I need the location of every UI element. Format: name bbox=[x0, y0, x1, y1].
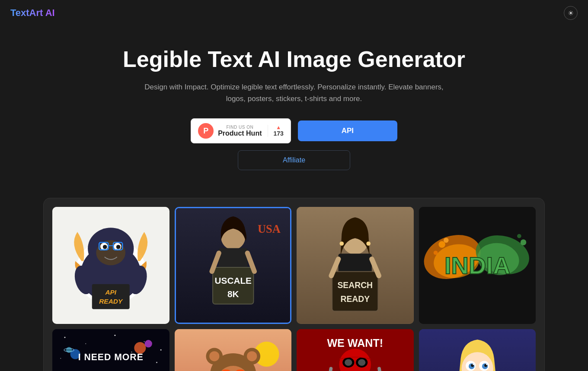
gallery-item-7[interactable]: WE WANT! bbox=[297, 329, 414, 371]
header: TextArt AI ☀ bbox=[0, 0, 588, 26]
svg-text:WE WANT!: WE WANT! bbox=[327, 336, 383, 349]
product-hunt-name: Product Hunt bbox=[218, 130, 262, 137]
svg-point-45 bbox=[443, 238, 448, 243]
svg-point-7 bbox=[103, 245, 107, 249]
svg-point-59 bbox=[145, 340, 152, 347]
affiliate-row: Affiliate bbox=[9, 150, 579, 170]
api-button[interactable]: API bbox=[298, 120, 397, 141]
svg-point-31 bbox=[340, 241, 344, 246]
gallery-container: API READY bbox=[35, 198, 553, 371]
svg-point-78 bbox=[247, 351, 257, 361]
svg-point-32 bbox=[366, 241, 371, 246]
svg-point-117 bbox=[473, 364, 474, 365]
gallery-item-4[interactable]: INDIA bbox=[419, 207, 536, 324]
upvote-arrow: ▲ bbox=[276, 125, 281, 130]
upvote-count: 173 bbox=[273, 130, 283, 137]
svg-point-56 bbox=[156, 362, 157, 363]
gallery-item-2[interactable]: USA USCALE 8K bbox=[175, 207, 292, 324]
svg-point-8 bbox=[116, 245, 121, 249]
gallery-item-1[interactable]: API READY bbox=[52, 207, 169, 324]
svg-text:I NEED MORE: I NEED MORE bbox=[78, 352, 144, 362]
svg-point-54 bbox=[160, 349, 162, 351]
svg-point-77 bbox=[209, 351, 219, 361]
svg-point-44 bbox=[433, 251, 438, 255]
svg-point-118 bbox=[486, 364, 487, 365]
gallery-item-6-inner: STAY COOL bbox=[175, 329, 292, 371]
svg-text:INDIA: INDIA bbox=[444, 252, 510, 279]
svg-text:SEARCH: SEARCH bbox=[337, 281, 373, 290]
svg-point-43 bbox=[438, 241, 445, 247]
gallery-item-2-inner: USA USCALE 8K bbox=[176, 208, 291, 323]
gallery-item-6[interactable]: STAY COOL bbox=[175, 329, 292, 371]
svg-point-46 bbox=[520, 240, 526, 246]
gallery-item-1-inner: API READY bbox=[52, 207, 169, 324]
gallery-grid: API READY bbox=[52, 207, 536, 371]
svg-point-53 bbox=[144, 341, 145, 342]
product-hunt-logo: P bbox=[198, 123, 214, 139]
svg-rect-33 bbox=[332, 272, 378, 311]
svg-text:READY: READY bbox=[340, 295, 370, 304]
svg-text:USA: USA bbox=[257, 222, 280, 235]
gallery-item-8[interactable]: VOTE bbox=[419, 329, 536, 371]
svg-point-51 bbox=[85, 343, 86, 344]
cta-buttons-row: P FIND US ON Product Hunt ▲ 173 API bbox=[9, 118, 579, 143]
product-hunt-text: FIND US ON Product Hunt bbox=[218, 125, 262, 137]
svg-point-91 bbox=[345, 359, 352, 365]
svg-text:8K: 8K bbox=[227, 289, 239, 299]
product-hunt-count: ▲ 173 bbox=[268, 125, 283, 137]
svg-point-61 bbox=[66, 347, 72, 353]
svg-point-52 bbox=[114, 335, 115, 336]
svg-point-47 bbox=[517, 234, 521, 238]
affiliate-button[interactable]: Affiliate bbox=[238, 150, 350, 170]
svg-text:USCALE: USCALE bbox=[214, 276, 252, 285]
svg-point-92 bbox=[358, 359, 365, 365]
gallery-item-7-inner: WE WANT! bbox=[297, 329, 414, 371]
hero-title: Legible Text AI Image Generator bbox=[9, 47, 579, 73]
product-hunt-button[interactable]: P FIND US ON Product Hunt ▲ 173 bbox=[191, 118, 291, 143]
find-us-label: FIND US ON bbox=[218, 125, 262, 130]
gallery-wrapper: API READY bbox=[43, 198, 545, 371]
hero-section: Legible Text AI Image Generator Design w… bbox=[0, 26, 588, 198]
logo[interactable]: TextArt AI bbox=[10, 7, 55, 19]
svg-point-55 bbox=[60, 358, 61, 358]
svg-text:READY: READY bbox=[99, 298, 123, 305]
svg-point-4 bbox=[96, 240, 125, 265]
gallery-item-8-inner: VOTE bbox=[419, 329, 536, 371]
gallery-item-4-inner: INDIA bbox=[419, 207, 536, 324]
svg-rect-14 bbox=[92, 284, 130, 309]
gallery-item-3-inner: SEARCH READY bbox=[297, 207, 414, 324]
svg-point-50 bbox=[64, 337, 66, 338]
hero-subtitle: Design with Impact. Optimize legible tex… bbox=[143, 81, 445, 105]
sun-icon: ☀ bbox=[568, 9, 574, 17]
theme-toggle-button[interactable]: ☀ bbox=[564, 6, 578, 20]
svg-text:API: API bbox=[105, 289, 116, 296]
gallery-item-5-inner: I NEED MORE bbox=[52, 329, 169, 371]
gallery-item-5[interactable]: I NEED MORE bbox=[52, 329, 169, 371]
gallery-item-3[interactable]: SEARCH READY bbox=[297, 207, 414, 324]
